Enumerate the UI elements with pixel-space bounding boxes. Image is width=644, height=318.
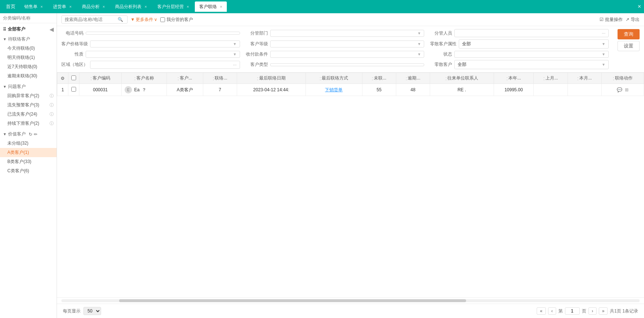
- sidebar-search-input[interactable]: [3, 15, 57, 21]
- sidebar-item-b-class[interactable]: B类客户(33): [0, 157, 57, 166]
- grid-icon: ⠿: [3, 27, 6, 32]
- info-icon[interactable]: ⓘ: [50, 93, 54, 99]
- sidebar-item-repurchase-abnormal[interactable]: 回购异常客户(2) ⓘ: [0, 91, 57, 100]
- tab-goods-analysis[interactable]: 商品分析 ×: [78, 1, 109, 12]
- batch-operation-button[interactable]: ☑ 批量操作: [600, 17, 623, 23]
- row-last-method[interactable]: 下销货单: [305, 84, 362, 96]
- payment-select[interactable]: ▼: [270, 51, 425, 58]
- refresh-icon[interactable]: ↻: [29, 132, 32, 137]
- customer-name-text[interactable]: Ea: [134, 87, 140, 92]
- more-conditions-button[interactable]: ▼ 更多条件 ∨: [130, 17, 157, 23]
- filter-search-input[interactable]: [65, 17, 116, 22]
- filter-row-3: 性质 ▼ 收付款条件 ▼ 状态: [61, 51, 609, 58]
- scroll-thumb[interactable]: [119, 299, 466, 302]
- sidebar-item-unclassified[interactable]: 未分组(32): [0, 139, 57, 148]
- tab-goods-analysis-close[interactable]: ×: [103, 4, 105, 9]
- tab-purchase[interactable]: 进货单 ×: [49, 1, 76, 12]
- horizontal-scrollbar[interactable]: [57, 297, 644, 304]
- per-page-label: 每页显示: [63, 308, 80, 314]
- chat-icon[interactable]: 💬: [617, 87, 622, 92]
- sidebar-item-7days-contact[interactable]: 近7天待联络(0): [0, 62, 57, 71]
- sidebar-item-churned[interactable]: 已流失客户(24) ⓘ: [0, 110, 57, 119]
- scroll-track[interactable]: [61, 299, 640, 302]
- all-customers-label[interactable]: 全部客户: [8, 26, 25, 32]
- more-conditions-label: 更多条件: [136, 17, 153, 23]
- sidebar-collapse-button[interactable]: ◀: [50, 26, 54, 32]
- info-icon-3[interactable]: ⓘ: [50, 112, 54, 117]
- filter-field-nature: 性质 ▼: [61, 51, 240, 58]
- dept-select[interactable]: ▼: [270, 30, 425, 37]
- tab-customer-contact-close[interactable]: ×: [220, 4, 222, 9]
- row-last-month: [534, 84, 568, 96]
- tab-customer-segment-label: 客户分层经营: [157, 4, 184, 10]
- settings-button[interactable]: 设置: [618, 41, 640, 51]
- tab-goods-list-label: 商品分析列表: [115, 4, 142, 10]
- retail-customer-select[interactable]: 全部▼: [454, 60, 609, 69]
- label: 回购异常客户(2): [7, 93, 39, 99]
- prev-page-button[interactable]: ‹: [548, 307, 556, 315]
- sidebar-item-churn-warning[interactable]: 流失预警客户(3) ⓘ: [0, 100, 57, 110]
- tab-sales[interactable]: 销售单 ×: [20, 1, 47, 12]
- my-customers-checkbox-input[interactable]: [160, 17, 165, 22]
- sidebar-item-declining[interactable]: 持续下滑客户(2) ⓘ: [0, 119, 57, 128]
- sidebar-item-a-class[interactable]: A类客户(1): [0, 148, 57, 157]
- section-pending-contact-title[interactable]: ▼ 待联络客户: [0, 35, 57, 44]
- section-value-title[interactable]: ▼ 价值客户 ↻ ✏: [0, 130, 57, 139]
- section-problem-title[interactable]: ▼ 问题客户: [0, 82, 57, 91]
- status-select[interactable]: ▼: [454, 51, 609, 58]
- per-page-select[interactable]: 50: [83, 307, 101, 315]
- tab-customer-segment[interactable]: 客户分层经营 ×: [153, 1, 193, 12]
- tab-customer-segment-close[interactable]: ×: [187, 4, 189, 9]
- tab-customer-contact[interactable]: 客户联络 ×: [195, 1, 226, 12]
- filter-search-icon[interactable]: 🔍: [118, 17, 123, 22]
- page-number-input[interactable]: [565, 307, 580, 315]
- sidebar-item-c-class[interactable]: C类客户(6): [0, 166, 57, 176]
- customer-type-input[interactable]: [270, 63, 425, 66]
- gear-icon[interactable]: ⚙: [61, 76, 65, 81]
- sidebar-item-today-contact[interactable]: 今天待联络(0): [0, 44, 57, 53]
- th-settings[interactable]: ⚙: [57, 73, 68, 84]
- top-nav: 首页 销售单 × 进货单 × 商品分析 × 商品分析列表 × 客户分层经营 × …: [0, 0, 644, 13]
- query-button[interactable]: 查询: [618, 29, 640, 39]
- nature-label: 性质: [61, 51, 83, 57]
- tab-goods-list[interactable]: 商品分析列表 ×: [111, 1, 151, 12]
- th-checkbox[interactable]: [68, 73, 79, 84]
- price-level-select[interactable]: ▼: [90, 40, 240, 47]
- status-label: 状态: [430, 51, 452, 57]
- info-icon-4[interactable]: ⓘ: [50, 121, 54, 126]
- row-checkbox[interactable]: [68, 84, 79, 96]
- retail-attr-select[interactable]: 全部▼: [459, 39, 609, 49]
- th-overdue: 逾期...: [396, 73, 430, 84]
- section-pending-contact: ▼ 待联络客户 今天待联络(0) 明天待联络(1) 近7天待联络(0) 逾期未联…: [0, 34, 57, 81]
- th-last-month: 上月...: [534, 73, 568, 84]
- next-page-button[interactable]: ›: [588, 307, 597, 315]
- nav-home[interactable]: 首页: [3, 3, 18, 10]
- sidebar-item-tomorrow-contact[interactable]: 明天待联络(1): [0, 53, 57, 62]
- my-customers-checkbox[interactable]: 我分管的客户: [160, 17, 193, 23]
- customer-level-select[interactable]: ▼: [270, 40, 425, 47]
- last-page-button[interactable]: »: [599, 307, 608, 315]
- grid-action-icon[interactable]: ⊞: [625, 87, 629, 92]
- sidebar-item-overdue-contact[interactable]: 逾期未联络(30): [0, 71, 57, 81]
- region-input[interactable]: ···: [90, 61, 240, 69]
- select-all-checkbox[interactable]: [71, 75, 76, 80]
- first-page-button[interactable]: «: [537, 307, 546, 315]
- info-icon-2[interactable]: ⓘ: [50, 102, 54, 108]
- sidebar-item-today-label: 今天待联络(0): [7, 45, 35, 52]
- tab-sales-close[interactable]: ×: [40, 4, 43, 9]
- phone-input[interactable]: [86, 32, 240, 35]
- export-button[interactable]: ↗ 导出: [626, 17, 640, 23]
- pagination-left: 每页显示 50: [63, 307, 101, 315]
- tab-purchase-close[interactable]: ×: [69, 4, 71, 9]
- row-select-checkbox[interactable]: [71, 87, 76, 92]
- label: B类客户(33): [7, 159, 31, 165]
- row-actions[interactable]: 💬 ⊞: [601, 84, 644, 96]
- person-input[interactable]: ···: [454, 29, 609, 37]
- last-method-link[interactable]: 下销货单: [325, 87, 343, 92]
- chevron-icon-2: ▼: [233, 42, 237, 46]
- close-all-tabs-button[interactable]: ×: [638, 3, 641, 10]
- filter-row-2: 客户价格等级 ▼ 客户等级 ▼ 零散客户属性: [61, 39, 609, 49]
- nature-select[interactable]: ▼: [86, 51, 240, 58]
- tab-goods-list-close[interactable]: ×: [144, 4, 147, 9]
- edit-icon[interactable]: ✏: [34, 132, 37, 137]
